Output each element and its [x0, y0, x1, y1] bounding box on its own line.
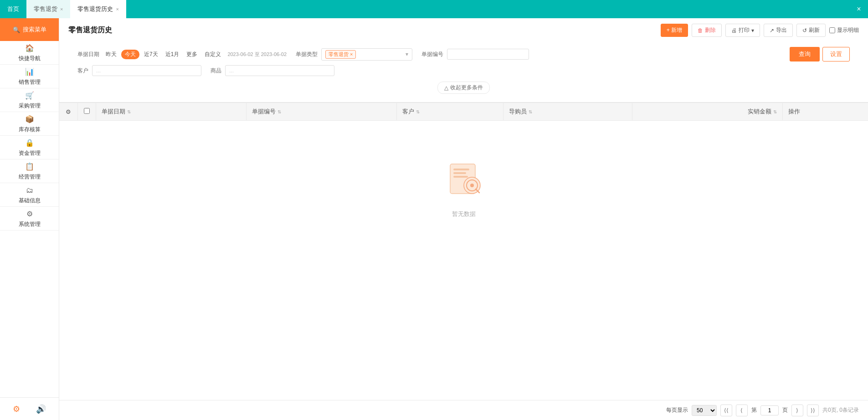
date-btn-7days[interactable]: 近7天: [141, 50, 161, 59]
col-guide-label: 导购员: [509, 108, 527, 116]
voucher-type-label: 单据类型: [296, 51, 318, 58]
page-unit: 页: [782, 406, 788, 414]
date-range-display: 2023-06-02 至 2023-06-02: [227, 51, 287, 58]
date-btn-more[interactable]: 更多: [184, 50, 200, 59]
prev-page-button[interactable]: ⟨: [736, 405, 748, 416]
empty-text: 暂无数据: [452, 210, 476, 218]
page-size-select[interactable]: 20 50 100: [692, 405, 717, 416]
sidebar-item-sys-mgmt[interactable]: ⚙ 系统管理: [0, 207, 59, 230]
refresh-label: 刷新: [809, 26, 820, 34]
next-page-button[interactable]: ⟩: [791, 405, 803, 416]
tab-retail-return-history[interactable]: 零售退货历史 ×: [70, 0, 126, 18]
export-button[interactable]: ↗ 导出: [764, 24, 793, 37]
new-button[interactable]: + 新增: [661, 24, 688, 37]
empty-state-cell: 暂无数据: [59, 121, 868, 255]
delete-icon: 🗑: [698, 27, 703, 34]
sys-mgmt-icon: ⚙: [25, 209, 35, 219]
first-page-button[interactable]: ⟨⟨: [720, 405, 732, 416]
tab-retail-return-close[interactable]: ×: [60, 6, 63, 12]
print-button[interactable]: 🖨 打印 ▾: [725, 24, 760, 37]
tab-retail-return-history-close[interactable]: ×: [116, 6, 118, 12]
print-label: 打印: [739, 26, 750, 34]
date-btn-custom[interactable]: 自定义: [202, 50, 224, 59]
query-button[interactable]: 查询: [790, 47, 820, 61]
show-detail-checkbox-label[interactable]: 显示明细: [829, 26, 859, 34]
page-header: 零售退货历史 + 新增 🗑 删除 🖨 打印 ▾ ↗ 导出: [59, 18, 868, 102]
customer-input[interactable]: ...: [92, 65, 201, 76]
voucher-type-tag: 零售退货 ×: [325, 50, 356, 59]
sidebar-item-base-info[interactable]: 🗂 基础信息: [0, 183, 59, 207]
sidebar-item-finance[interactable]: 🔒 资金管理: [0, 136, 59, 159]
sidebar-item-sales-mgmt[interactable]: 📊 销售管理: [0, 65, 59, 88]
search-icon: 🔍: [13, 26, 20, 33]
refresh-button[interactable]: ↺ 刷新: [796, 24, 826, 37]
tab-home-label: 首页: [7, 5, 19, 13]
select-all-checkbox[interactable]: [84, 108, 90, 114]
sidebar: 🔍 搜索菜单 🏠 快捷导航 📊 销售管理 🛒 采购管理 📦 库存核算 🔒 资金管…: [0, 18, 59, 420]
filter-settings-button[interactable]: 设置: [822, 47, 850, 61]
last-page-button[interactable]: ⟩⟩: [807, 405, 819, 416]
date-btn-today[interactable]: 今天: [121, 50, 139, 59]
col-no-label: 单据编号: [252, 108, 276, 116]
sidebar-item-quick-nav[interactable]: 🏠 快捷导航: [0, 41, 59, 65]
total-info: 共0页, 0条记录: [822, 406, 859, 414]
col-guide-sort-icon: ⇅: [529, 109, 532, 114]
tab-retail-return[interactable]: 零售退货 ×: [26, 0, 70, 18]
col-action: 操作: [782, 103, 868, 121]
sidebar-item-base-info-label: 基础信息: [19, 197, 41, 205]
goods-filter-item: 商品 ...: [211, 65, 334, 76]
col-customer[interactable]: 客户 ⇅: [397, 103, 503, 121]
voucher-type-select[interactable]: 零售退货 × ▾: [321, 48, 412, 61]
sidebar-search[interactable]: 🔍 搜索菜单: [0, 18, 59, 41]
sidebar-item-purchase-label: 采购管理: [19, 102, 41, 110]
sidebar-item-inventory[interactable]: 📦 库存核算: [0, 112, 59, 136]
svg-rect-3: [453, 176, 468, 178]
volume-icon[interactable]: 🔊: [36, 404, 46, 414]
col-amount-sort-icon: ⇅: [773, 109, 777, 114]
col-no-sort-icon: ⇅: [277, 109, 281, 114]
base-info-icon: 🗂: [25, 185, 35, 195]
collapse-button[interactable]: △ 收起更多条件: [437, 82, 490, 94]
sidebar-item-quick-nav-label: 快捷导航: [19, 55, 41, 62]
sidebar-item-purchase-mgmt[interactable]: 🛒 采购管理: [0, 88, 59, 112]
customer-placeholder: ...: [96, 67, 101, 74]
col-settings[interactable]: ⚙: [59, 103, 77, 121]
empty-state: 暂无数据: [59, 121, 868, 255]
col-guide[interactable]: 导购员 ⇅: [503, 103, 632, 121]
voucher-type-tag-close[interactable]: ×: [350, 51, 353, 57]
svg-rect-1: [453, 169, 469, 170]
col-checkbox[interactable]: [77, 103, 96, 121]
print-icon: 🖨: [731, 27, 737, 34]
settings-bottom-icon[interactable]: ⚙: [13, 404, 20, 414]
voucher-type-dropdown-icon: ▾: [406, 51, 408, 57]
col-amount[interactable]: 实销金额 ⇅: [632, 103, 782, 121]
tab-retail-return-label: 零售退货: [34, 5, 57, 13]
goods-input[interactable]: ...: [225, 65, 334, 76]
col-date-label: 单据日期: [102, 108, 125, 116]
export-icon: ↗: [770, 27, 774, 34]
delete-label: 删除: [705, 26, 716, 34]
table-body: 暂无数据: [59, 121, 868, 255]
tab-home[interactable]: 首页: [0, 0, 26, 18]
col-no[interactable]: 单据编号 ⇅: [246, 103, 396, 121]
sales-icon: 📊: [25, 67, 35, 77]
filter-row-2: 客户 ... 商品 ...: [77, 65, 850, 76]
collapse-row: △ 收起更多条件: [77, 80, 850, 96]
purchase-icon: 🛒: [25, 91, 35, 101]
page-number-input[interactable]: [760, 405, 779, 415]
delete-button[interactable]: 🗑 删除: [692, 24, 722, 37]
show-detail-label: 显示明细: [837, 26, 859, 34]
show-detail-checkbox[interactable]: [829, 27, 835, 33]
sidebar-item-inventory-label: 库存核算: [19, 126, 41, 133]
col-date[interactable]: 单据日期 ⇅: [96, 103, 246, 121]
date-btn-1month[interactable]: 近1月: [163, 50, 182, 59]
collapse-up-icon: △: [444, 85, 448, 91]
sidebar-search-label: 搜索菜单: [23, 26, 46, 34]
window-close-button[interactable]: ×: [850, 0, 868, 18]
print-dropdown-icon: ▾: [751, 27, 754, 34]
customer-filter-item: 客户 ...: [77, 65, 201, 76]
sidebar-item-operations[interactable]: 📋 经营管理: [0, 159, 59, 183]
date-btn-yesterday[interactable]: 昨天: [103, 50, 119, 59]
voucher-no-input[interactable]: [447, 49, 529, 60]
goods-label: 商品: [211, 67, 221, 75]
